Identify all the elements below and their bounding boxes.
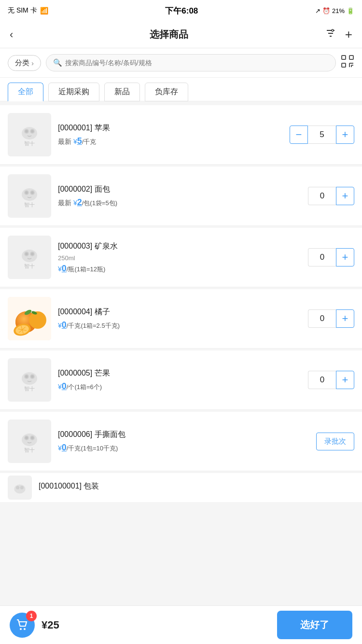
tabs-bar: 全部 近期采购 新品 负库存 [0, 78, 362, 101]
status-left: 无 SIM 卡 📶 [8, 6, 48, 15]
product-info: [0000006] 手撕面包 ¥0/千克(1包=10千克) [58, 430, 309, 453]
search-icon: 🔍 [53, 58, 62, 67]
status-bar: 无 SIM 卡 📶 下午6:08 ↗ ⏰ 21% 🔋 [0, 0, 362, 21]
svg-rect-4 [342, 56, 346, 59]
product-name: [0000006] 手撕面包 [58, 430, 309, 440]
tab-all[interactable]: 全部 [8, 83, 43, 101]
svg-point-14 [25, 130, 28, 133]
quantity-input[interactable] [308, 187, 336, 205]
quantity-control: 录批次 [316, 433, 354, 450]
filter-bar: 分类 › 🔍 [0, 48, 362, 78]
tab-negative[interactable]: 负库存 [145, 83, 188, 101]
category-button[interactable]: 分类 › [8, 55, 41, 71]
svg-point-25 [31, 252, 34, 255]
alarm-icon: ⏰ [322, 7, 330, 14]
quantity-control: − + [290, 126, 354, 144]
category-chevron-icon: › [31, 59, 34, 67]
svg-point-48 [16, 486, 19, 489]
svg-point-46 [31, 436, 34, 439]
svg-point-11 [22, 127, 37, 140]
svg-point-45 [25, 436, 28, 439]
status-right: ↗ ⏰ 21% 🔋 [315, 7, 354, 14]
cart-button[interactable]: 1 [10, 613, 35, 638]
product-image: 智十 [8, 236, 51, 279]
product-price: ¥0/千克(1包=10千克) [58, 443, 309, 453]
svg-rect-5 [349, 56, 353, 59]
svg-point-19 [25, 191, 28, 194]
increase-button[interactable]: + [336, 309, 354, 328]
search-input[interactable] [65, 59, 329, 67]
svg-point-37 [22, 372, 37, 385]
product-item: 智十 [0000002] 面包 最新 ¥2/包(1袋=5包) + [0, 167, 362, 226]
quantity-control: + [308, 187, 354, 205]
svg-point-42 [22, 434, 37, 446]
svg-point-16 [22, 188, 37, 201]
product-info: [0000002] 面包 最新 ¥2/包(1袋=5包) [58, 184, 301, 208]
product-name: [0000003] 矿泉水 [58, 241, 301, 252]
cart-badge: 1 [26, 611, 37, 621]
product-info: [0000005] 芒果 ¥0/个(1箱=6个) [58, 368, 301, 392]
bottom-bar: 1 ¥25 选好了 [0, 605, 362, 644]
search-box: 🔍 [46, 54, 336, 71]
status-time: 下午6:08 [165, 5, 198, 16]
increase-button[interactable]: + [336, 187, 354, 205]
nav-right: + [325, 27, 352, 42]
quantity-input[interactable] [308, 371, 336, 389]
add-button[interactable]: + [345, 27, 352, 42]
svg-point-3 [332, 29, 334, 31]
battery-icon: 🔋 [347, 7, 354, 14]
increase-button[interactable]: + [336, 126, 354, 144]
tab-new[interactable]: 新品 [104, 83, 140, 101]
wifi-icon: 📶 [40, 7, 48, 14]
cart-section: 1 ¥25 [10, 613, 59, 638]
product-info: [0000004] 橘子 ¥0/千克(1箱=2.5千克) [58, 307, 301, 330]
product-item: [000100001] 包装 [0, 473, 362, 502]
product-price: ¥0/千克(1箱=2.5千克) [58, 320, 301, 330]
product-image: 智十 [8, 420, 51, 463]
confirm-button[interactable]: 选好了 [277, 611, 352, 639]
svg-rect-6 [342, 63, 346, 67]
product-info: [000100001] 包装 [39, 481, 354, 494]
product-name: [0000004] 橘子 [58, 307, 301, 317]
quantity-input[interactable] [308, 309, 336, 328]
decrease-button[interactable]: − [290, 126, 308, 144]
svg-point-49 [20, 486, 24, 489]
product-item: 智十 [0000006] 手撕面包 ¥0/千克(1包=10千克) 录批次 [0, 412, 362, 471]
scan-icon[interactable] [341, 55, 354, 71]
back-button[interactable]: ‹ [10, 28, 13, 41]
quantity-input[interactable] [308, 248, 336, 266]
product-info: [0000001] 苹果 最新 ¥5/千克 [58, 123, 283, 146]
svg-point-15 [31, 130, 34, 133]
svg-point-47 [14, 485, 25, 494]
page-title: 选择商品 [150, 28, 188, 41]
svg-point-50 [20, 628, 22, 630]
product-list: 智十 [0000001] 苹果 最新 ¥5/千克 − + [0, 105, 362, 502]
nav-bar: ‹ 选择商品 + [0, 21, 362, 48]
product-price: ¥0/个(1箱=6个) [58, 381, 301, 392]
quantity-control: + [308, 309, 354, 328]
svg-point-29 [29, 311, 46, 329]
product-item: [0000004] 橘子 ¥0/千克(1箱=2.5千克) + [0, 289, 362, 349]
product-name: [0000002] 面包 [58, 184, 301, 195]
increase-button[interactable]: + [336, 371, 354, 389]
tab-recent[interactable]: 近期采购 [48, 83, 99, 101]
location-icon: ↗ [315, 7, 320, 14]
product-name: [0000001] 苹果 [58, 123, 283, 133]
cart-total: ¥25 [42, 619, 59, 631]
batch-button[interactable]: 录批次 [316, 433, 354, 450]
svg-point-20 [31, 191, 34, 194]
product-image: 智十 [8, 174, 51, 218]
svg-point-21 [22, 250, 37, 262]
product-info: [0000003] 矿泉水 250ml ¥0/瓶(1箱=12瓶) [58, 241, 301, 274]
product-item: 智十 [0000003] 矿泉水 250ml ¥0/瓶(1箱=12瓶) + [0, 228, 362, 287]
increase-button[interactable]: + [336, 248, 354, 266]
product-image: 智十 [8, 358, 51, 402]
battery-percent: 21% [332, 7, 345, 14]
product-price: ¥0/瓶(1箱=12瓶) [58, 264, 301, 274]
product-image: 智十 [8, 113, 51, 156]
quantity-input[interactable] [308, 126, 336, 144]
product-item: 智十 [0000001] 苹果 最新 ¥5/千克 − + [0, 105, 362, 165]
filter-icon[interactable] [325, 28, 336, 42]
quantity-control: + [308, 371, 354, 389]
product-image [8, 297, 51, 340]
